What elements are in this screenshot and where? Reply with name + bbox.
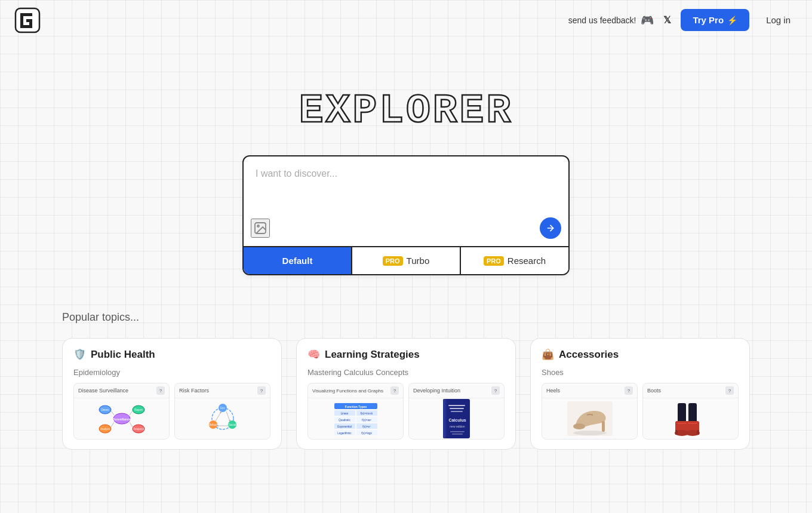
- svg-text:Logarithmic: Logarithmic: [337, 432, 352, 435]
- public-health-mini-cards: Disease Surveillance ? Surveillance: [73, 383, 270, 440]
- accessories-subtitle: Shoes: [542, 368, 739, 377]
- login-button[interactable]: Log in: [759, 9, 798, 31]
- topic-card-public-health[interactable]: 🛡️ Public Health Epidemiology Disease Su…: [62, 338, 282, 450]
- boots-card-icon: ?: [725, 386, 734, 395]
- header-left: [14, 7, 41, 33]
- header: send us feedback! 🎮 𝕏 Try Pro ⚡ Log in: [0, 0, 812, 40]
- svg-line-31: [130, 422, 133, 427]
- svg-line-28: [111, 411, 114, 415]
- topic-card-accessories[interactable]: 👜 Accessories Shoes Heels ?: [530, 338, 750, 450]
- mini-card-disease-header: Disease Surveillance ?: [74, 383, 169, 398]
- mini-card-intuition-header: Developing Intuition ?: [409, 383, 504, 398]
- try-pro-label: Try Pro: [693, 15, 724, 25]
- book-visual: Calculus new edition: [409, 398, 504, 438]
- svg-rect-7: [26, 19, 29, 22]
- mini-card-developing-intuition[interactable]: Developing Intuition ?: [408, 383, 505, 440]
- svg-rect-61: [450, 408, 464, 409]
- svg-text:Surveillance: Surveillance: [113, 417, 131, 421]
- disease-surveillance-label: Disease Surveillance: [78, 388, 128, 394]
- visualizing-card-icon: ?: [390, 386, 399, 395]
- intuition-label: Developing Intuition: [413, 388, 460, 394]
- tab-research[interactable]: Pro Research: [461, 247, 568, 274]
- risk-card-icon: ?: [257, 386, 266, 395]
- mode-tabs: Default Pro Turbo Pro Research: [244, 246, 568, 274]
- svg-point-70: [573, 431, 607, 435]
- svg-text:Social: Social: [228, 423, 235, 426]
- svg-text:Linear: Linear: [340, 412, 348, 415]
- svg-rect-14: [29, 22, 32, 25]
- public-health-title: Public Health: [91, 349, 155, 361]
- boots-visual: [643, 398, 738, 438]
- public-health-emoji: 🛡️: [73, 348, 86, 361]
- svg-text:f(x)=aˣ: f(x)=aˣ: [362, 425, 371, 428]
- svg-text:Analyze: Analyze: [100, 428, 110, 431]
- twitter-icon[interactable]: 𝕏: [663, 14, 671, 26]
- svg-text:Behav: Behav: [209, 423, 217, 426]
- topics-grid: 🛡️ Public Health Epidemiology Disease Su…: [62, 338, 750, 450]
- try-pro-button[interactable]: Try Pro ⚡: [681, 9, 749, 31]
- main-content: EXPLORER Default: [0, 40, 812, 474]
- search-bottom: [244, 213, 568, 246]
- mini-card-heels[interactable]: Heels ?: [542, 383, 638, 440]
- turbo-pro-badge: Pro: [383, 256, 403, 266]
- image-upload-button[interactable]: [251, 219, 270, 238]
- svg-text:Detect: Detect: [101, 408, 109, 411]
- topic-card-header-public-health: 🛡️ Public Health: [63, 339, 281, 368]
- svg-text:new edition: new edition: [450, 425, 465, 428]
- send-button[interactable]: [540, 217, 561, 239]
- svg-rect-79: [697, 430, 699, 435]
- svg-rect-78: [675, 430, 678, 435]
- mini-card-risk-factors[interactable]: Risk Factors ? Env: [174, 383, 270, 440]
- svg-text:Function Types: Function Types: [345, 405, 367, 408]
- mini-card-risk-header: Risk Factors ?: [175, 383, 270, 398]
- logo[interactable]: [14, 7, 41, 33]
- research-pro-badge: Pro: [484, 256, 504, 266]
- svg-text:Quadratic: Quadratic: [339, 419, 350, 422]
- feedback-link[interactable]: send us feedback! 🎮: [568, 14, 654, 27]
- svg-rect-4: [29, 13, 32, 16]
- heels-card-icon: ?: [625, 386, 633, 395]
- svg-text:Respond: Respond: [133, 428, 144, 431]
- tab-research-label: Research: [508, 256, 546, 266]
- svg-rect-13: [29, 25, 32, 28]
- svg-text:f(x)=logx: f(x)=logx: [361, 432, 372, 435]
- heels-label: Heels: [546, 388, 560, 394]
- risk-factors-visual: Env Social Behav: [175, 398, 270, 438]
- svg-rect-3: [26, 13, 29, 16]
- topic-card-learning-strategies[interactable]: 🧠 Learning Strategies Mastering Calculus…: [296, 338, 516, 450]
- svg-rect-59: [445, 399, 447, 438]
- accessories-title: Accessories: [559, 349, 619, 361]
- svg-rect-73: [688, 403, 697, 424]
- topic-card-header-learning: 🧠 Learning Strategies: [297, 339, 515, 368]
- svg-rect-66: [452, 434, 463, 435]
- accessories-emoji: 👜: [542, 348, 554, 361]
- svg-rect-72: [678, 403, 686, 424]
- svg-rect-12: [26, 25, 29, 28]
- svg-line-29: [130, 411, 133, 415]
- svg-rect-8: [29, 19, 32, 22]
- svg-point-69: [573, 423, 585, 429]
- learning-subtitle: Mastering Calculus Concepts: [307, 368, 505, 377]
- feedback-text: send us feedback!: [568, 16, 636, 25]
- svg-text:Calculus: Calculus: [448, 418, 466, 422]
- topic-card-body-public-health: Epidemiology Disease Surveillance ?: [63, 368, 281, 449]
- page-title: EXPLORER: [299, 88, 513, 134]
- tab-default[interactable]: Default: [244, 247, 352, 274]
- boots-label: Boots: [647, 388, 661, 394]
- mini-card-visualizing-functions[interactable]: Visualizing Functions and Graphs ? Funct…: [307, 383, 404, 440]
- search-input[interactable]: [256, 168, 556, 204]
- svg-rect-6: [20, 19, 23, 22]
- svg-rect-80: [677, 423, 687, 424]
- mini-card-boots[interactable]: Boots ?: [642, 383, 739, 440]
- learning-title: Learning Strategies: [325, 349, 420, 361]
- intuition-card-icon: ?: [491, 386, 500, 395]
- mini-card-boots-header: Boots ?: [643, 383, 738, 398]
- mini-card-disease-surveillance[interactable]: Disease Surveillance ? Surveillance: [73, 383, 170, 440]
- svg-rect-65: [450, 431, 465, 432]
- visualizing-label: Visualizing Functions and Graphs: [312, 388, 383, 394]
- mini-card-visualizing-header: Visualizing Functions and Graphs ?: [308, 383, 403, 398]
- tab-turbo[interactable]: Pro Turbo: [352, 247, 461, 274]
- learning-emoji: 🧠: [307, 348, 320, 361]
- svg-text:Report: Report: [134, 408, 143, 411]
- svg-rect-10: [20, 25, 23, 28]
